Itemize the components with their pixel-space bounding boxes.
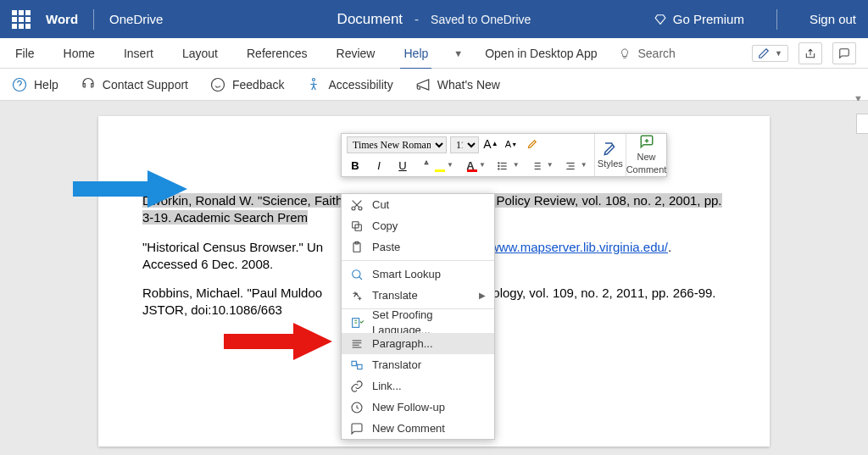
new-comment-button[interactable]: New Comment	[626, 134, 666, 176]
svg-rect-6	[501, 165, 507, 166]
ctx-link[interactable]: Link...	[342, 375, 494, 397]
location-label[interactable]: OneDrive	[109, 12, 163, 26]
comment-icon	[350, 422, 364, 436]
bullets-button[interactable]: ▼	[494, 158, 521, 175]
font-name-select[interactable]: Times New Roman	[347, 136, 447, 153]
go-premium-button[interactable]: Go Premium	[654, 12, 744, 26]
ctx-followup-label: New Follow-up	[372, 400, 445, 415]
ctx-proofing-language[interactable]: Set Proofing Language...	[342, 312, 494, 333]
tab-home[interactable]: Home	[60, 38, 98, 69]
help-circle-icon	[12, 77, 27, 92]
search-button[interactable]: Search	[619, 47, 675, 60]
mini-toolbar: Times New Roman 11 A▲ A▼ B I U ▼ A▼ ▼ ▼ …	[341, 133, 667, 177]
feedback-button[interactable]: Feedback	[210, 77, 284, 92]
cut-icon	[350, 198, 364, 212]
ctx-new-comment-label: New Comment	[372, 421, 445, 436]
app-launcher-icon[interactable]	[12, 10, 31, 29]
paste-icon	[350, 241, 364, 254]
p3-part-a: Robbins, Michael. "Paul Muldoo	[142, 286, 322, 300]
diamond-icon	[654, 14, 666, 25]
help-button[interactable]: Help	[12, 77, 58, 92]
font-size-select[interactable]: 11	[450, 136, 479, 153]
edit-mode-button[interactable]: ▼	[752, 45, 788, 62]
whats-new-button[interactable]: What's New	[415, 77, 500, 92]
contact-support-button[interactable]: Contact Support	[81, 77, 188, 92]
smiley-icon	[210, 77, 225, 92]
svg-rect-11	[534, 168, 540, 169]
tab-insert[interactable]: Insert	[120, 38, 157, 69]
new-comment-label-2: Comment	[626, 164, 667, 176]
styles-button[interactable]: Styles	[594, 134, 626, 176]
italic-button[interactable]: I	[370, 158, 387, 175]
separator	[776, 9, 777, 30]
ctx-new-comment[interactable]: New Comment	[342, 418, 494, 439]
ctx-separator	[342, 260, 494, 261]
chevron-right-icon: ▶	[479, 290, 486, 302]
tab-review[interactable]: Review	[333, 38, 379, 69]
svg-rect-24	[358, 364, 362, 369]
ctx-paragraph-label: Paragraph...	[372, 336, 433, 352]
format-painter-button[interactable]	[523, 136, 540, 153]
comments-button[interactable]	[832, 42, 856, 64]
ctx-cut[interactable]: Cut	[342, 194, 494, 215]
doc-title[interactable]: Document	[337, 11, 403, 28]
feedback-label: Feedback	[232, 78, 284, 92]
accessibility-button[interactable]: Accessibility	[306, 77, 392, 92]
ctx-paragraph[interactable]: Paragraph...	[342, 333, 494, 354]
document-page[interactable]: Dworkin, Ronald W. "Science, Faith and A…	[98, 116, 770, 447]
ctx-cut-label: Cut	[372, 197, 389, 213]
proofing-icon	[350, 316, 364, 330]
sign-out-button[interactable]: Sign out	[810, 12, 856, 26]
tab-references[interactable]: References	[243, 38, 311, 69]
ctx-copy[interactable]: Copy	[342, 215, 494, 236]
open-desktop-label: Open in Desktop App	[485, 47, 597, 60]
new-comment-icon	[639, 134, 654, 149]
tab-help[interactable]: Help	[400, 38, 431, 69]
citation-link[interactable]: www.mapserver.lib.virginia.edu/	[490, 240, 668, 254]
translate-icon	[350, 289, 364, 302]
copy-icon	[350, 219, 364, 233]
highlight-button[interactable]: ▼	[418, 158, 455, 175]
ctx-translator[interactable]: Translator	[342, 354, 494, 375]
grow-font-button[interactable]: A▲	[482, 136, 499, 153]
ctx-smart-lookup[interactable]: Smart Lookup	[342, 264, 494, 285]
save-status: Saved to OneDrive	[431, 13, 531, 26]
numbering-button[interactable]: ▼	[528, 158, 555, 175]
svg-point-5	[498, 164, 499, 166]
help-ribbon-row: Help Contact Support Feedback Accessibil…	[0, 69, 868, 101]
p2-part-a: "Historical Census Browser." Un	[142, 240, 323, 254]
tab-file[interactable]: File	[12, 38, 38, 69]
ctx-translator-label: Translator	[372, 358, 421, 373]
svg-rect-13	[568, 165, 574, 166]
bold-button[interactable]: B	[347, 158, 364, 175]
ctx-paste[interactable]: Paste	[342, 236, 494, 258]
svg-rect-8	[501, 168, 507, 169]
app-name: Word	[46, 12, 78, 26]
svg-rect-10	[534, 165, 540, 166]
ctx-translate-label: Translate	[372, 288, 418, 303]
search-label: Search	[637, 47, 675, 60]
dash: -	[415, 12, 419, 26]
underline-button[interactable]: U	[394, 158, 411, 175]
megaphone-icon	[415, 77, 431, 92]
search-icon	[350, 268, 364, 281]
tab-layout[interactable]: Layout	[179, 38, 221, 69]
annotation-arrow-blue	[73, 170, 187, 208]
outdent-button[interactable]: ▼	[562, 158, 589, 175]
open-desktop-button[interactable]: Open in Desktop App	[485, 47, 597, 60]
ctx-new-followup[interactable]: New Follow-up	[342, 397, 494, 418]
pane-stub[interactable]	[856, 114, 868, 134]
font-color-button[interactable]: A▼	[462, 158, 487, 175]
more-tabs-chevron-icon[interactable]: ▼	[453, 48, 463, 58]
share-button[interactable]	[798, 42, 822, 64]
lightbulb-icon	[619, 47, 631, 59]
svg-rect-12	[566, 162, 574, 163]
svg-point-3	[498, 162, 499, 164]
ctx-translate[interactable]: Translate▶	[342, 285, 494, 306]
shrink-font-button[interactable]: A▼	[503, 136, 520, 153]
headset-icon	[81, 77, 96, 92]
styles-label: Styles	[598, 158, 623, 170]
ctx-copy-label: Copy	[372, 219, 398, 234]
comment-icon	[838, 47, 850, 59]
paragraph-icon	[350, 337, 364, 351]
